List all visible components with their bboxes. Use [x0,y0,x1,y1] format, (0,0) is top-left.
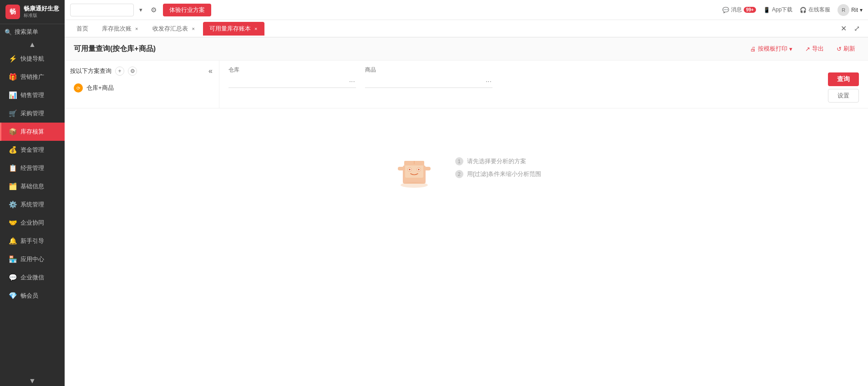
sidebar-item-label: 应用中心 [20,255,44,263]
tab-home[interactable]: 首页 [70,22,95,36]
topbar-gear-btn[interactable]: ⚙ [148,5,159,15]
newbie-icon: 🔔 [9,237,17,245]
sidebar-item-enterprise[interactable]: 🤝 企业协同 [0,214,65,232]
refresh-btn[interactable]: ↺ 刷新 [833,43,859,55]
sidebar-item-label: 新手引导 [20,237,44,245]
tip-1-num: 1 [455,157,463,165]
sidebar-item-label: 系统管理 [20,201,44,209]
sidebar-item-finance[interactable]: 💰 资金管理 [0,141,65,159]
empty-state: 1 请先选择要分析的方案 2 用[过滤]条件来缩小分析范围 [65,108,868,227]
enterprise-icon: 🤝 [9,219,17,227]
sidebar-item-inventory[interactable]: 📦 库存核算 [0,123,65,141]
marketing-icon: 🎁 [9,73,17,81]
page-content: 可用量查询(按仓库+商品) 🖨 按模板打印 ▾ ↗ 导出 ↺ 刷新 [65,37,868,386]
tab-batch-account[interactable]: 库存批次账 × [96,22,145,36]
export-btn[interactable]: ↗ 导出 [802,43,827,55]
tab-close-btn[interactable]: ✕ [838,23,849,34]
sidebar-item-label: 资金管理 [20,146,44,154]
sidebar-item-marketing[interactable]: 🎁 营销推广 [0,68,65,86]
message-icon: 💬 [722,7,729,13]
sidebar-item-label: 经营管理 [20,164,44,172]
messages-badge: 99+ [744,7,756,13]
headset-icon: 🎧 [800,7,807,13]
tab-batch-account-close[interactable]: × [134,26,139,32]
query-btn[interactable]: 查询 [828,72,859,86]
filter-left-header: 按以下方案查询 + ⚙ « [70,66,213,76]
base-icon: 🗂️ [9,182,17,190]
industry-btn[interactable]: 体验行业方案 [163,4,211,16]
tab-expand-btn[interactable]: ⤢ [851,23,863,34]
purchase-icon: 🛒 [9,109,17,118]
logo-icon: 畅 [5,5,20,19]
sidebar-search[interactable]: 🔍 搜索菜单 [0,24,65,40]
product-label: 商品 [365,66,492,74]
collapse-filter-btn[interactable]: « [208,66,213,76]
topbar-right: 💬 消息 99+ 📱 App下载 🎧 在线客服 R Rit ▾ [722,4,863,16]
sidebar-item-corp-wechat[interactable]: 💬 企业微信 [0,268,65,287]
inventory-icon: 📦 [9,128,17,136]
print-btn[interactable]: 🖨 按模板打印 ▾ [746,43,796,55]
sidebar-item-vip[interactable]: 💎 畅会员 [0,287,65,305]
app-center-icon: 🏪 [9,255,17,263]
avatar: R [838,4,849,16]
sidebar-item-label: 企业协同 [20,219,44,227]
settings-btn[interactable]: 设置 [828,89,859,103]
sidebar-item-system[interactable]: ⚙️ 系统管理 [0,196,65,214]
scroll-up-btn[interactable]: ▲ [0,40,65,50]
topbar-search-input[interactable] [70,4,134,16]
tab-recv-summary[interactable]: 收发存汇总表 × [146,22,202,36]
sidebar-item-operations[interactable]: 📋 经营管理 [0,159,65,177]
topbar-app-download[interactable]: 📱 App下载 [763,6,792,14]
finance-icon: 💰 [9,146,17,154]
tab-home-label: 首页 [76,25,88,33]
svg-point-6 [409,169,411,170]
product-input[interactable] [365,78,483,85]
scheme-label: 仓库+商品 [86,84,114,92]
sidebar-item-sales[interactable]: 📊 销售管理 [0,86,65,104]
topbar-dropdown-btn[interactable]: ▾ [137,5,144,14]
tab-available-ledger[interactable]: 可用量库存账本 × [203,22,264,36]
topbar-user[interactable]: R Rit ▾ [838,4,863,16]
tab-recv-summary-label: 收发存汇总表 [152,25,188,33]
tip-2-text: 用[过滤]条件来缩小分析范围 [467,170,541,178]
sidebar-item-base[interactable]: 🗂️ 基础信息 [0,177,65,196]
config-scheme-btn[interactable]: ⚙ [128,67,137,76]
sidebar-item-label: 营销推广 [20,73,44,81]
sidebar-item-quick-nav[interactable]: ⚡ 快捷导航 [0,50,65,68]
sidebar-item-newbie[interactable]: 🔔 新手引导 [0,232,65,250]
filter-area: 按以下方案查询 + ⚙ « ⟳ 仓库+商品 [65,61,868,108]
tip-1-text: 请先选择要分析的方案 [467,157,526,165]
vip-icon: 💎 [9,292,17,300]
export-icon: ↗ [805,46,810,52]
svg-rect-11 [424,167,431,170]
sidebar-nav: ⚡ 快捷导航 🎁 营销推广 📊 销售管理 🛒 采购管理 📦 库存核算 💰 资金管… [0,50,65,376]
product-more-btn[interactable]: ··· [485,77,492,86]
scroll-down-btn[interactable]: ▼ [0,376,65,386]
refresh-icon: ↺ [837,46,842,52]
tabs-bar: 首页 库存批次账 × 收发存汇总表 × 可用量库存账本 × ✕ ⤢ [65,20,868,37]
scheme-icon: ⟳ [74,83,83,93]
topbar: ▾ ⚙ 体验行业方案 💬 消息 99+ 📱 App下载 🎧 在线客服 R Rit [65,0,868,20]
add-scheme-btn[interactable]: + [115,67,124,76]
scheme-item-warehouse-product[interactable]: ⟳ 仓库+商品 [70,81,213,95]
empty-illustration [391,145,437,190]
warehouse-input-area: ··· [228,76,356,88]
warehouse-more-btn[interactable]: ··· [348,77,356,86]
tab-recv-summary-close[interactable]: × [191,26,195,32]
sidebar-item-app-center[interactable]: 🏪 应用中心 [0,250,65,268]
sidebar-item-label: 快捷导航 [20,55,44,63]
service-label: 在线客服 [808,6,830,14]
warehouse-label: 仓库 [228,66,356,74]
topbar-messages[interactable]: 💬 消息 99+ [722,6,756,14]
warehouse-input[interactable] [228,78,346,85]
filter-field-product: 商品 ··· [365,66,492,88]
sidebar-item-label: 基础信息 [20,182,44,190]
main-area: ▾ ⚙ 体验行业方案 💬 消息 99+ 📱 App下载 🎧 在线客服 R Rit [65,0,868,386]
topbar-service[interactable]: 🎧 在线客服 [800,6,830,14]
tip-2-num: 2 [455,170,463,178]
quick-nav-icon: ⚡ [9,55,17,63]
content-area: 可用量查询(按仓库+商品) 🖨 按模板打印 ▾ ↗ 导出 ↺ 刷新 [65,37,868,386]
sidebar-item-purchase[interactable]: 🛒 采购管理 [0,104,65,123]
tab-available-ledger-close[interactable]: × [254,26,258,32]
app-download-label: App下载 [772,6,792,14]
